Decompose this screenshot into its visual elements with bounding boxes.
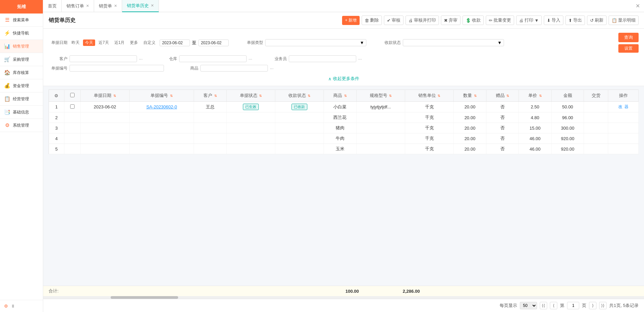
- col-doc-status[interactable]: 单据状态 ⇅: [226, 90, 275, 102]
- collect-button[interactable]: 💲 收款: [463, 16, 484, 25]
- warehouse-input[interactable]: [179, 55, 247, 62]
- col-doc-number[interactable]: 单据编号 ⇅: [130, 90, 194, 102]
- cell-amount: 50.00: [551, 102, 584, 112]
- sidebar-bottom-icon1[interactable]: ⚙: [4, 304, 8, 309]
- date-more[interactable]: 更多: [128, 40, 140, 46]
- date-custom[interactable]: 自定义: [141, 40, 158, 46]
- abandon-button[interactable]: ✖ 弃审: [441, 16, 460, 25]
- col-payment-status[interactable]: 收款状态 ⇅: [275, 90, 324, 102]
- edit-action-btn[interactable]: 改: [617, 104, 623, 110]
- date-1month[interactable]: 近1月: [112, 40, 127, 46]
- tab-sales-order[interactable]: 销售订单 ✕: [62, 0, 94, 12]
- date-to-input[interactable]: [198, 40, 229, 46]
- date-today[interactable]: 今天: [83, 40, 95, 46]
- print-dropdown-icon: ▼: [534, 18, 539, 23]
- col-gift[interactable]: 赠品 ⇅: [486, 90, 519, 102]
- close-all-tabs-btn[interactable]: ✕: [632, 3, 644, 9]
- next-page-btn[interactable]: ⟩: [589, 302, 596, 309]
- salesperson-input[interactable]: [289, 55, 356, 62]
- warehouse-dots[interactable]: ···: [249, 56, 252, 61]
- date-7days[interactable]: 近7天: [96, 40, 111, 46]
- query-button[interactable]: 查询: [618, 33, 639, 42]
- col-delivery[interactable]: 交货: [584, 90, 608, 102]
- cell-delivery: [584, 133, 608, 144]
- select-all-checkbox[interactable]: [70, 93, 75, 97]
- col-unit[interactable]: 销售单位 ⇅: [405, 90, 453, 102]
- sort-gift-icon: ⇅: [506, 94, 509, 98]
- sidebar-logo: 拓维: [0, 0, 43, 14]
- cell-checkbox[interactable]: [64, 112, 80, 123]
- delete-button[interactable]: 🗑 删除: [362, 16, 382, 25]
- col-checkbox[interactable]: [64, 90, 80, 102]
- goods-dots[interactable]: ···: [270, 66, 274, 71]
- export-button[interactable]: ⬆ 导出: [565, 16, 585, 25]
- sidebar-item-search-menu[interactable]: ☰ 搜索菜单: [0, 14, 43, 27]
- col-spec[interactable]: 规格型号 ⇅: [356, 90, 405, 102]
- sidebar-bottom-icon2[interactable]: ⏸: [11, 304, 15, 309]
- close-sales-history-tab[interactable]: ✕: [151, 3, 154, 8]
- sidebar-item-finance[interactable]: 💰 资金管理: [0, 79, 43, 93]
- date-from-input[interactable]: [160, 40, 190, 46]
- col-customer[interactable]: 客户 ⇅: [194, 90, 227, 102]
- audit-button[interactable]: ✔ 审核: [384, 16, 403, 25]
- settings-button[interactable]: 设置: [618, 44, 639, 53]
- cell-unit: 千克: [405, 144, 453, 154]
- sidebar-item-quick-nav[interactable]: ⚡ 快捷导航: [0, 27, 43, 40]
- date-yesterday[interactable]: 昨天: [69, 40, 82, 46]
- import-button[interactable]: ⬇ 导入: [544, 16, 563, 25]
- sidebar-item-basic-info[interactable]: 📑 基础信息: [0, 106, 43, 119]
- tab-bar: 首页 销售订单 ✕ 销货单 ✕ 销货单历史 ✕ ✕: [43, 0, 644, 12]
- more-action-btn[interactable]: 器: [623, 104, 629, 110]
- cell-checkbox[interactable]: [64, 133, 80, 144]
- cell-goods: 西兰花: [324, 112, 357, 123]
- customer-dots[interactable]: ···: [139, 56, 143, 61]
- collapse-filter-btn[interactable]: ∧ 收起更多条件: [49, 74, 639, 82]
- refresh-button[interactable]: ↺ 刷新: [587, 16, 607, 25]
- operations-icon: 📋: [4, 96, 10, 102]
- cell-checkbox[interactable]: [64, 123, 80, 133]
- cell-doc-date: [80, 112, 130, 123]
- sidebar-item-operations[interactable]: 📋 经营管理: [0, 93, 43, 106]
- sidebar-item-purchase-mgmt[interactable]: 🛒 采购管理: [0, 53, 43, 66]
- payment-status-select[interactable]: ▼: [403, 39, 504, 46]
- close-sales-goods-tab[interactable]: ✕: [114, 4, 117, 8]
- col-qty[interactable]: 数量 ⇅: [454, 90, 486, 102]
- cell-doc-number[interactable]: [130, 133, 194, 144]
- audit-print-button[interactable]: 🖨 审核并打印: [405, 16, 439, 25]
- col-amount[interactable]: 金额: [551, 90, 584, 102]
- new-button[interactable]: + 新增: [342, 16, 360, 25]
- tab-sales-history[interactable]: 销货单历史 ✕: [122, 0, 159, 12]
- salesperson-dots[interactable]: ···: [358, 56, 362, 61]
- print-button[interactable]: 🖨 打印 ▼: [516, 16, 542, 25]
- cell-doc-number[interactable]: [130, 112, 194, 123]
- doc-number-input[interactable]: [69, 65, 164, 72]
- doc-type-select[interactable]: ▼: [265, 39, 366, 46]
- delete-icon: 🗑: [365, 18, 369, 23]
- batch-change-button[interactable]: ✏ 批量变更: [486, 16, 514, 25]
- prev-page-btn[interactable]: ⟨: [550, 302, 557, 309]
- horizontal-scrollbar[interactable]: [43, 296, 644, 299]
- close-sales-order-tab[interactable]: ✕: [86, 4, 89, 8]
- col-unit-price[interactable]: 单价 ⇅: [519, 90, 552, 102]
- scrollbar-thumb[interactable]: [111, 296, 178, 299]
- sidebar-item-inventory[interactable]: 🏠 库存核算: [0, 66, 43, 79]
- tab-sales-goods[interactable]: 销货单 ✕: [94, 0, 122, 12]
- sidebar-item-sales-mgmt[interactable]: 📊 销售管理: [0, 40, 43, 53]
- first-page-btn[interactable]: ⟨⟨: [540, 302, 547, 309]
- page-number-input[interactable]: [567, 302, 579, 309]
- show-detail-button[interactable]: 📋 显示明细: [609, 16, 639, 25]
- customer-input[interactable]: [69, 55, 137, 62]
- last-page-btn[interactable]: ⟩⟩: [599, 302, 607, 309]
- goods-input[interactable]: [200, 65, 268, 72]
- col-goods[interactable]: 商品 ⇅: [324, 90, 357, 102]
- cell-checkbox[interactable]: [64, 144, 80, 154]
- cell-doc-number[interactable]: [130, 123, 194, 133]
- col-settings[interactable]: ⚙: [49, 90, 64, 102]
- cell-doc-number[interactable]: SA-20230602-0: [130, 102, 194, 112]
- tab-home[interactable]: 首页: [43, 0, 62, 12]
- cell-doc-number[interactable]: [130, 144, 194, 154]
- per-page-select[interactable]: 50 100 200: [520, 302, 537, 309]
- cell-checkbox[interactable]: [64, 102, 80, 112]
- col-doc-date[interactable]: 单据日期 ⇅: [80, 90, 130, 102]
- sidebar-item-sys-mgmt[interactable]: ⚙ 系统管理: [0, 119, 43, 132]
